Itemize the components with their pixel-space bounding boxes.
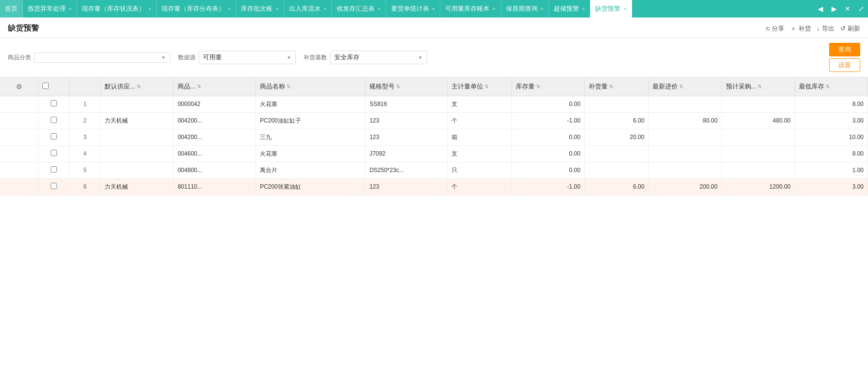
- row-check-cell[interactable]: [38, 162, 70, 178]
- check-all-checkbox[interactable]: [42, 83, 49, 89]
- tab-close-batch-account[interactable]: ×: [275, 6, 278, 12]
- tab-overstock-warning[interactable]: 超储预警 ×: [549, 0, 590, 18]
- share-button[interactable]: ⎋ 分享: [766, 24, 784, 33]
- tab-close-inventory-status[interactable]: ×: [148, 6, 151, 12]
- tab-expiry-query[interactable]: 保质期查询 ×: [501, 0, 549, 18]
- row-est-purchase: [722, 129, 795, 145]
- row-supplier: 力天机械: [101, 178, 174, 195]
- datasource-label: 数据源: [178, 53, 196, 62]
- row-min-stock: 10.00: [795, 129, 868, 145]
- table-row[interactable]: 1 0000042 火花塞 SS816 支 0.00 8.00: [0, 96, 868, 112]
- table-row[interactable]: 3 004200... 三九 123 箱 0.00 20.00 10.00: [0, 129, 868, 145]
- row-checkbox[interactable]: [51, 183, 57, 189]
- col-stock[interactable]: 库存量 ⇅: [511, 77, 584, 96]
- row-check-cell[interactable]: [38, 129, 70, 145]
- refresh-button[interactable]: ↺ 刷新: [840, 24, 860, 33]
- replenish-icon: ＋: [790, 24, 796, 33]
- table-row[interactable]: 5 004800... 离合片 DS250*23c... 只 0.00 1.00: [0, 162, 868, 178]
- col-row-num: [70, 77, 101, 96]
- col-latest-price[interactable]: 最新进价 ⇅: [649, 77, 722, 96]
- tab-close-available-ledger[interactable]: ×: [492, 6, 495, 12]
- tab-pick-abnormal[interactable]: 拣货异常处理 ×: [23, 0, 77, 18]
- row-checkbox[interactable]: [51, 117, 57, 123]
- row-spec: J7092: [365, 145, 448, 162]
- table-row[interactable]: 4 004600... 火花塞 J7092 支 0.00 8.00: [0, 145, 868, 162]
- datasource-select[interactable]: 可用量 ▼: [199, 51, 296, 64]
- col-spec[interactable]: 规格型号 ⇅: [365, 77, 448, 96]
- row-replenish: 6.00: [584, 178, 648, 195]
- replenish-base-select-arrow: ▼: [418, 55, 423, 60]
- tab-close-all-btn[interactable]: ✕: [841, 0, 854, 18]
- column-settings-icon[interactable]: ⚙: [16, 83, 22, 90]
- tab-close-inout-flow[interactable]: ×: [324, 6, 326, 12]
- col-name[interactable]: 商品名称 ⇅: [256, 77, 365, 96]
- row-min-stock: 1.00: [795, 162, 868, 178]
- row-checkbox[interactable]: [51, 150, 57, 156]
- row-supplier: [101, 162, 174, 178]
- tab-expand-btn[interactable]: ⤢: [854, 0, 868, 18]
- row-check-cell[interactable]: [38, 178, 70, 195]
- row-latest-price: 80.00: [649, 112, 722, 129]
- col-settings[interactable]: ⚙: [0, 77, 38, 96]
- tab-batch-account[interactable]: 库存批次账 ×: [236, 0, 284, 18]
- col-replenish[interactable]: 补货量 ⇅: [584, 77, 648, 96]
- col-sku[interactable]: 商品... ⇅: [174, 77, 256, 96]
- tab-inventory-status[interactable]: 现存量（库存状况表） ×: [77, 0, 156, 18]
- tab-close-inventory-dist[interactable]: ×: [228, 6, 231, 12]
- row-checkbox[interactable]: [51, 133, 57, 140]
- row-checkbox[interactable]: [51, 100, 57, 106]
- table-row[interactable]: 2 力天机械 004200... PC200油缸缸子 123 个 -1.00 6…: [0, 112, 868, 129]
- unit-sort-icon: ⇅: [485, 84, 488, 89]
- tab-prev-btn[interactable]: ◀: [814, 0, 827, 18]
- export-button[interactable]: ↓ 导出: [817, 24, 835, 33]
- tab-shortage-warning[interactable]: 缺货预警 ×: [590, 0, 632, 18]
- category-select[interactable]: ▼: [34, 53, 170, 63]
- col-est-purchase[interactable]: 预计采购... ⇅: [722, 77, 795, 96]
- row-latest-price: [649, 129, 722, 145]
- col-supplier[interactable]: 默认供应... ⇅: [101, 77, 174, 96]
- row-name: 火花塞: [256, 145, 365, 162]
- row-stock: 0.00: [511, 145, 584, 162]
- tab-close-shortage-warning[interactable]: ×: [623, 6, 626, 12]
- col-min-stock[interactable]: 最低库存 ⇅: [795, 77, 868, 96]
- header-actions: ⎋ 分享 ＋ 补货 ↓ 导出 ↺ 刷新: [766, 24, 861, 33]
- table-row[interactable]: 6 力天机械 801110... PC200张紧油缸 123 个 -1.00 6…: [0, 178, 868, 195]
- row-settings-cell: [0, 96, 38, 112]
- datasource-select-arrow: ▼: [287, 55, 291, 60]
- tab-close-pick-abnormal[interactable]: ×: [69, 6, 72, 12]
- row-spec: DS250*23c...: [365, 162, 448, 178]
- tab-close-overstock-warning[interactable]: ×: [582, 6, 585, 12]
- tab-available-ledger[interactable]: 可用量库存账本 ×: [440, 0, 501, 18]
- row-num: 2: [70, 112, 101, 129]
- replenish-button[interactable]: ＋ 补货: [790, 24, 811, 33]
- settings-button[interactable]: 设置: [829, 58, 860, 72]
- main-content: 缺货预警 ⎋ 分享 ＋ 补货 ↓ 导出 ↺ 刷新 商品分类: [0, 18, 868, 387]
- replenish-base-select[interactable]: 安全库存 ▼: [330, 51, 427, 64]
- row-replenish: 20.00: [584, 129, 648, 145]
- row-est-purchase: [722, 162, 795, 178]
- tab-nav-controls: ◀ ▶ ✕ ⤢: [814, 0, 868, 18]
- tab-inout-flow[interactable]: 出入库流水 ×: [284, 0, 332, 18]
- row-replenish: [584, 96, 648, 112]
- row-check-cell[interactable]: [38, 145, 70, 162]
- tab-close-requisition-stats[interactable]: ×: [432, 6, 435, 12]
- query-button[interactable]: 查询: [829, 43, 860, 56]
- tab-recv-send-summary[interactable]: 收发存汇总表 ×: [332, 0, 386, 18]
- tab-close-recv-send-summary[interactable]: ×: [378, 6, 380, 12]
- tab-close-expiry-query[interactable]: ×: [541, 6, 543, 12]
- row-checkbox[interactable]: [51, 166, 57, 173]
- tab-requisition-stats[interactable]: 要货单统计表 ×: [386, 0, 440, 18]
- row-check-cell[interactable]: [38, 112, 70, 129]
- row-check-cell[interactable]: [38, 96, 70, 112]
- tab-inventory-dist[interactable]: 现存量（库存分布表） ×: [157, 0, 236, 18]
- row-num: 6: [70, 178, 101, 195]
- tab-next-btn[interactable]: ▶: [827, 0, 841, 18]
- row-supplier: [101, 129, 174, 145]
- col-check-all[interactable]: [38, 77, 70, 96]
- row-unit: 支: [448, 96, 511, 112]
- table-body: 1 0000042 火花塞 SS816 支 0.00 8.00 2 力天机械 0…: [0, 96, 868, 195]
- tab-home[interactable]: 首页: [0, 0, 23, 18]
- col-unit[interactable]: 主计量单位 ⇅: [448, 77, 511, 96]
- filter-group-category: 商品分类 ▼: [8, 53, 170, 63]
- stock-sort-icon: ⇅: [536, 84, 540, 89]
